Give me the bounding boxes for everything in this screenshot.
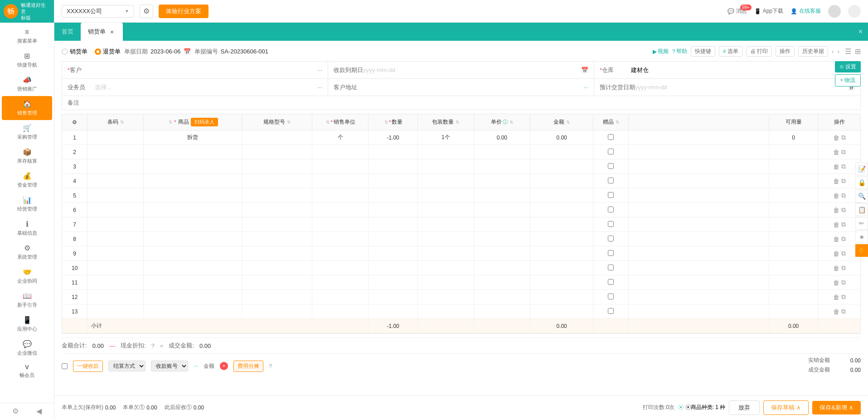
receipt-date-input[interactable] bbox=[363, 67, 580, 73]
qty-sort[interactable]: ⇅ bbox=[384, 120, 388, 125]
gift-checkbox[interactable] bbox=[608, 279, 614, 285]
settings-form-btn[interactable]: ⊙ 设置 bbox=[835, 61, 861, 72]
sidebar-settings-icon[interactable]: ⚙ bbox=[12, 407, 19, 415]
save-draft-btn[interactable]: 保存草稿 ∧ bbox=[763, 400, 809, 415]
list-view-icon[interactable]: ☰ bbox=[845, 47, 851, 56]
sidebar-item-purchase[interactable]: 🛒 采购管理 bbox=[0, 120, 54, 144]
gift-checkbox[interactable] bbox=[608, 192, 614, 198]
gift-sort[interactable]: ⇅ bbox=[616, 120, 619, 125]
copy-row-icon[interactable]: ⧉ bbox=[841, 308, 846, 315]
rt-btn-2[interactable]: 🔒 bbox=[855, 176, 868, 189]
copy-row-icon[interactable]: ⧉ bbox=[841, 250, 846, 257]
sidebar-item-nav[interactable]: ⊞ 快捷导航 bbox=[0, 48, 54, 72]
delete-row-icon[interactable]: 🗑 bbox=[833, 279, 839, 286]
sidebar-item-appstore[interactable]: 📱 应用中心 bbox=[0, 312, 54, 336]
copy-row-icon[interactable]: ⧉ bbox=[841, 235, 846, 243]
gift-checkbox[interactable] bbox=[608, 149, 614, 154]
one-click-checkbox[interactable] bbox=[62, 363, 68, 369]
customer-dots[interactable]: ··· bbox=[317, 67, 322, 73]
account-dots[interactable]: ··· bbox=[194, 363, 198, 369]
row-unit[interactable]: 个 bbox=[312, 130, 369, 145]
discount-help-icon[interactable]: ? bbox=[151, 342, 155, 349]
row-spec[interactable] bbox=[242, 130, 312, 145]
sidebar-item-guide[interactable]: 📖 新手引导 bbox=[0, 288, 54, 312]
sidebar-item-member[interactable]: V 畅会员 bbox=[0, 360, 54, 382]
add-payment-btn[interactable]: + bbox=[220, 362, 228, 370]
delete-row-icon[interactable]: 🗑 bbox=[833, 221, 839, 228]
gift-checkbox[interactable] bbox=[608, 294, 614, 299]
copy-row-icon[interactable]: ⧉ bbox=[841, 264, 846, 272]
row-barcode[interactable] bbox=[87, 130, 144, 145]
discard-btn[interactable]: 放弃 bbox=[729, 400, 760, 415]
gift-checkbox[interactable] bbox=[608, 178, 614, 183]
row-amount[interactable]: 0.00 bbox=[530, 130, 593, 145]
copy-row-icon[interactable]: ⧉ bbox=[841, 148, 846, 156]
gift-checkbox[interactable] bbox=[608, 163, 614, 169]
rt-btn-1[interactable]: 📝 bbox=[855, 163, 868, 175]
delete-row-icon[interactable]: 🗑 bbox=[833, 134, 839, 141]
row-product[interactable]: 拆货 bbox=[144, 130, 242, 145]
gift-checkbox[interactable] bbox=[608, 236, 614, 241]
copy-row-icon[interactable]: ⧉ bbox=[841, 279, 846, 286]
expected-date-input[interactable] bbox=[635, 84, 847, 91]
fee-help-icon[interactable]: ? bbox=[269, 363, 272, 370]
rt-btn-3[interactable]: 🔍 bbox=[855, 190, 868, 202]
nav-prev-btn[interactable]: ‹ bbox=[832, 48, 834, 55]
rt-btn-4[interactable]: 📋 bbox=[855, 203, 868, 216]
shortcut-btn[interactable]: 快捷键 bbox=[691, 46, 715, 57]
sidebar-collapse-icon[interactable]: ◀ bbox=[36, 407, 42, 415]
spec-sort[interactable]: ⇅ bbox=[287, 120, 291, 125]
copy-row-icon[interactable]: ⧉ bbox=[841, 293, 846, 301]
receipt-date-cal-icon[interactable]: 📅 bbox=[581, 67, 588, 73]
delete-row-icon[interactable]: 🗑 bbox=[833, 308, 839, 315]
payment-method-select[interactable]: 结算方式 bbox=[108, 361, 145, 371]
unit-sort[interactable]: ⇅ bbox=[326, 120, 330, 125]
delete-row-icon[interactable]: 🗑 bbox=[833, 265, 839, 272]
row-price[interactable]: 0.00 bbox=[474, 130, 530, 145]
settings-button[interactable]: ⚙ bbox=[140, 5, 153, 18]
gift-checkbox[interactable] bbox=[608, 250, 614, 256]
customer-addr-dots[interactable]: ··· bbox=[583, 84, 588, 91]
delete-row-icon[interactable]: 🗑 bbox=[833, 236, 839, 243]
logistics-btn[interactable]: + 物流 bbox=[835, 74, 861, 87]
sidebar-item-search[interactable]: ≡ 搜索菜单 bbox=[0, 24, 54, 48]
sidebar-item-enterprise[interactable]: 🤝 企业协同 bbox=[0, 264, 54, 288]
barcode-sort[interactable]: ⇅ bbox=[120, 120, 124, 125]
gift-checkbox[interactable] bbox=[608, 308, 614, 314]
copy-row-icon[interactable]: ⧉ bbox=[841, 206, 846, 214]
th-setting[interactable]: ⚙ bbox=[62, 114, 87, 130]
sidebar-item-inventory[interactable]: 📦 库存核算 bbox=[0, 144, 54, 168]
rt-btn-7[interactable]: 🔶 bbox=[855, 244, 868, 257]
online-service-button[interactable]: 👤 在线客服 bbox=[790, 7, 821, 15]
close-all-tabs-icon[interactable]: × bbox=[858, 28, 863, 36]
radio-return[interactable]: 退货单 bbox=[95, 48, 121, 56]
fee-split-btn[interactable]: 费用分摊 bbox=[233, 361, 263, 372]
customer-input[interactable] bbox=[97, 67, 316, 73]
app-download-button[interactable]: 📱 App下载 bbox=[754, 7, 783, 15]
nav-next-btn[interactable]: › bbox=[838, 48, 839, 55]
company-selector[interactable]: XXXXXX公司 ▼ bbox=[62, 5, 134, 18]
row-gift[interactable] bbox=[593, 130, 629, 145]
delete-row-icon[interactable]: 🗑 bbox=[833, 192, 839, 199]
copy-row-icon[interactable]: ⧉ bbox=[841, 163, 846, 170]
radio-sales[interactable]: 销货单 bbox=[62, 48, 87, 56]
video-link[interactable]: ▶ 视频 bbox=[653, 48, 669, 55]
price-info-icon[interactable]: ⓘ bbox=[503, 119, 508, 125]
trial-button[interactable]: 体验行业方案 bbox=[159, 5, 209, 18]
sidebar-item-finance[interactable]: 💰 资金管理 bbox=[0, 168, 54, 192]
sidebar-item-system[interactable]: ⚙ 系统管理 bbox=[0, 240, 54, 264]
sidebar-item-wechat[interactable]: 💬 企业微信 bbox=[0, 336, 54, 360]
user-avatar2[interactable] bbox=[848, 5, 861, 18]
date-calendar-icon[interactable]: 📅 bbox=[184, 48, 191, 55]
delete-row-icon[interactable]: 🗑 bbox=[833, 149, 839, 156]
delete-row-icon[interactable]: 🗑 bbox=[833, 207, 839, 214]
operation-btn[interactable]: 操作 bbox=[776, 46, 795, 57]
tab-sales[interactable]: 销货单 × bbox=[81, 23, 123, 41]
select-btn[interactable]: ≡ 选单 bbox=[719, 46, 742, 57]
one-click-btn[interactable]: 一键收款 bbox=[73, 361, 103, 372]
gift-checkbox[interactable] bbox=[608, 207, 614, 212]
copy-row-icon[interactable]: ⧉ bbox=[841, 192, 846, 199]
amount-sort[interactable]: ⇅ bbox=[566, 120, 570, 125]
grid-view-icon[interactable]: ⊞ bbox=[855, 47, 861, 56]
copy-row-icon[interactable]: ⧉ bbox=[841, 221, 846, 228]
